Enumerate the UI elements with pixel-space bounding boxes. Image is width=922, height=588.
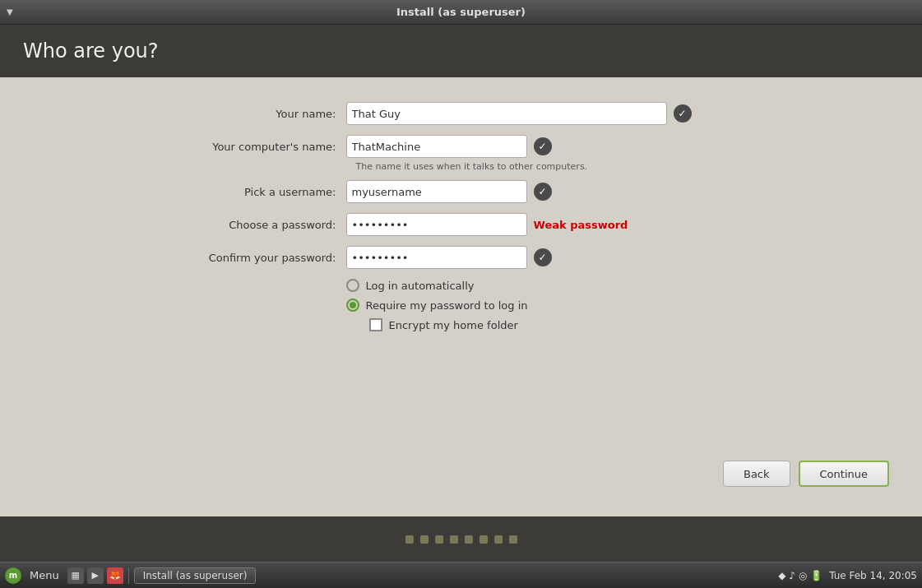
username-label: Pick a username: (182, 186, 346, 198)
username-input[interactable] (346, 180, 527, 203)
encrypt-row: Encrypt my home folder (182, 318, 741, 331)
password-row: Choose a password: Weak password (182, 213, 741, 236)
computer-name-input-wrap: ✓ (346, 135, 741, 158)
title-bar-title: Install (as superuser) (396, 6, 526, 18)
taskbar-tray-icons: ◆ ♪ ◎ 🔋 (778, 570, 822, 581)
confirm-password-row: Confirm your password: ✓ (182, 246, 741, 269)
taskbar-terminal-icon[interactable]: ▶ (87, 567, 104, 584)
installer-header: Who are you? (0, 25, 922, 77)
title-bar: ▼ Install (as superuser) (0, 0, 922, 25)
progress-dot-3 (435, 535, 443, 544)
installer-content: Your name: ✓ Your computer's name: ✓ The (0, 77, 922, 516)
installer-window: Who are you? Your name: ✓ Your computer'… (0, 25, 922, 562)
your-name-label: Your name: (182, 108, 346, 120)
progress-dots-area (0, 516, 922, 562)
login-auto-row: Log in automatically (182, 279, 741, 292)
title-bar-menu-indicator[interactable]: ▼ (7, 7, 13, 16)
taskbar: m Menu ▦ ▶ 🦊 Install (as superuser) ◆ ♪ … (0, 562, 922, 588)
login-auto-label[interactable]: Log in automatically (366, 280, 475, 292)
taskbar-active-window[interactable]: Install (as superuser) (134, 567, 257, 584)
progress-dot-7 (494, 535, 503, 544)
page-title: Who are you? (23, 39, 899, 63)
taskbar-menu-button[interactable]: Menu (25, 567, 64, 583)
your-name-valid-icon: ✓ (674, 104, 692, 123)
encrypt-label[interactable]: Encrypt my home folder (389, 319, 518, 331)
password-strength-label: Weak password (534, 219, 628, 231)
progress-dot-8 (509, 535, 517, 544)
computer-name-label: Your computer's name: (182, 141, 346, 153)
taskbar-datetime: Tue Feb 14, 20:05 (829, 570, 917, 581)
your-name-input[interactable] (346, 102, 667, 125)
progress-dot-4 (450, 535, 458, 544)
computer-name-valid-icon: ✓ (534, 137, 552, 155)
your-name-row: Your name: ✓ (182, 102, 741, 125)
taskbar-right: ◆ ♪ ◎ 🔋 Tue Feb 14, 20:05 (778, 570, 917, 581)
linux-mint-logo[interactable]: m (5, 567, 21, 584)
require-password-radio[interactable] (346, 299, 359, 312)
encrypt-checkbox[interactable] (369, 318, 382, 331)
progress-dot-1 (405, 535, 414, 544)
taskbar-browser-icon[interactable]: 🦊 (107, 567, 123, 584)
taskbar-files-icon[interactable]: ▦ (67, 567, 84, 584)
taskbar-window-label: Install (as superuser) (143, 570, 248, 581)
progress-dot-5 (465, 535, 473, 544)
confirm-password-input[interactable] (346, 246, 527, 269)
username-valid-icon: ✓ (534, 183, 552, 201)
form-table: Your name: ✓ Your computer's name: ✓ The (182, 102, 741, 338)
progress-dot-2 (420, 535, 429, 544)
password-input[interactable] (346, 213, 527, 236)
taskbar-separator-1 (128, 567, 129, 584)
password-input-wrap: Weak password (346, 213, 741, 236)
buttons-area: Back Continue (33, 452, 889, 500)
form-area: Your name: ✓ Your computer's name: ✓ The (33, 102, 889, 452)
computer-name-input[interactable] (346, 135, 527, 158)
continue-button[interactable]: Continue (799, 461, 889, 487)
confirm-password-valid-icon: ✓ (534, 248, 552, 266)
username-input-wrap: ✓ (346, 180, 741, 203)
back-button[interactable]: Back (723, 461, 790, 487)
password-label: Choose a password: (182, 219, 346, 231)
confirm-password-input-wrap: ✓ (346, 246, 741, 269)
username-row: Pick a username: ✓ (182, 180, 741, 203)
your-name-input-wrap: ✓ (346, 102, 741, 125)
computer-name-hint: The name it uses when it talks to other … (192, 161, 741, 172)
require-password-label[interactable]: Require my password to log in (366, 299, 528, 312)
require-password-row: Require my password to log in (182, 299, 741, 312)
confirm-password-label: Confirm your password: (182, 252, 346, 264)
login-auto-radio[interactable] (346, 279, 359, 292)
progress-dot-6 (480, 535, 488, 544)
computer-name-row: Your computer's name: ✓ (182, 135, 741, 158)
